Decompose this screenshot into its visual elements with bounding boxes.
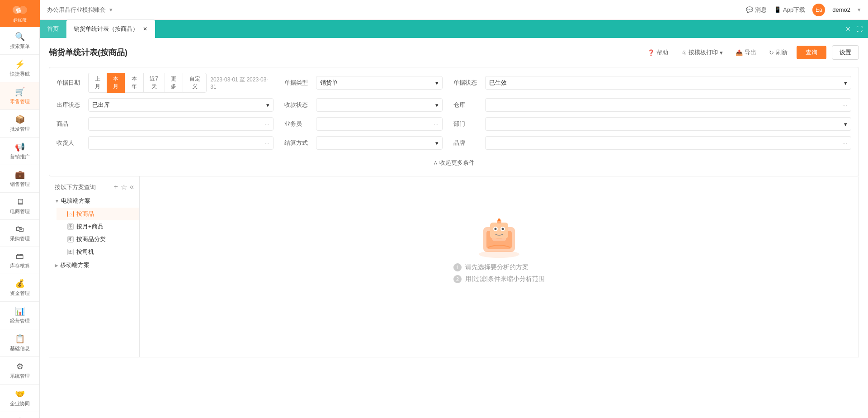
right-content: 1 请先选择要分析的方案 2 用[过滤]条件来缩小分析范围 (140, 176, 859, 357)
payment-input[interactable]: ▾ (316, 136, 443, 150)
tree-item-by-category[interactable]: 图 按商品分类 (57, 233, 139, 246)
help-btn[interactable]: ❓ 帮助 (644, 47, 672, 58)
brand-input[interactable]: ··· (485, 136, 851, 150)
date-filter: 上月 本月 本年 近7天 更多 自定义 (88, 73, 207, 93)
empty-steps: 1 请先选择要分析的方案 2 用[过滤]条件来缩小分析范围 (453, 263, 545, 287)
date-filter-field: 单据日期 上月 本月 本年 近7天 更多 自定义 2023-03-01 至 20… (57, 73, 274, 93)
tab-stats[interactable]: 销货单统计表（按商品） ✕ (66, 20, 155, 38)
brand-dots: ··· (842, 140, 847, 147)
tree-item-by-goods[interactable]: ○ 按商品 (57, 208, 139, 220)
workspace-label[interactable]: 办公用品行业模拟账套 (47, 6, 106, 14)
staff-field: 业务员 ··· (284, 117, 443, 131)
type-input[interactable]: 销货单 ▾ (316, 76, 443, 90)
finance-icon: 💰 (15, 279, 25, 289)
retail-icon: 🛒 (15, 87, 25, 97)
sidebar-search[interactable]: 🔍 搜索菜单 (0, 27, 39, 55)
sidebar-item-newbie[interactable]: 🎓 新手引导 (0, 412, 39, 418)
out-status-label: 出库状态 (57, 101, 88, 109)
settings-btn[interactable]: 设置 (832, 45, 859, 60)
sidebar-item-retail[interactable]: 🛒 零售管理 (0, 82, 39, 110)
status-input[interactable]: 已生效 ▾ (485, 76, 851, 90)
refresh-icon: ↻ (769, 49, 774, 56)
sidebar-item-company[interactable]: 🤝 企业协同 (0, 385, 39, 412)
tab-home[interactable]: 首页 (40, 20, 66, 38)
goods-scheme-icon: ○ (67, 211, 74, 217)
refresh-btn[interactable]: ↻ 刷新 (765, 47, 791, 58)
collect-status-input[interactable]: ▾ (316, 98, 443, 112)
user-avatar[interactable]: Ea (812, 4, 825, 16)
user-dropdown-icon[interactable]: ▾ (858, 6, 861, 13)
sidebar-item-finance[interactable]: 💰 资金管理 (0, 274, 39, 302)
app-download-btn[interactable]: 📱 App下载 (774, 6, 805, 14)
date-btn-this-month[interactable]: 本月 (107, 73, 125, 93)
export-btn[interactable]: 📤 导出 (732, 47, 760, 58)
brand-field: 品牌 ··· (453, 136, 851, 150)
sidebar-item-inventory[interactable]: 🗃 库存核算 (0, 247, 39, 274)
out-status-input[interactable]: 已出库 ▾ (88, 98, 274, 112)
date-btn-custom[interactable]: 自定义 (183, 73, 207, 93)
user-name[interactable]: demo2 (832, 6, 850, 13)
tree-item-mobile[interactable]: ▶ 移动端方案 (49, 258, 139, 272)
tree-item-pc[interactable]: ▼ 电脑端方案 (49, 194, 139, 208)
type-label: 单据类型 (284, 79, 316, 87)
collapse-panel-btn[interactable]: « (130, 183, 134, 191)
date-btn-this-year[interactable]: 本年 (125, 73, 143, 93)
workspace-dropdown-icon[interactable]: ▾ (109, 6, 113, 13)
collapse-btn[interactable]: ∧ 收起更多条件 (57, 155, 851, 171)
tree-label-by-driver: 按司机 (76, 248, 94, 256)
header-right: 💬 消息 📱 App下载 Ea demo2 ▾ (746, 4, 861, 16)
collapse-label: ∧ 收起更多条件 (433, 159, 475, 167)
query-btn[interactable]: 查询 (797, 46, 826, 59)
favorite-scheme-btn[interactable]: ☆ (121, 183, 127, 191)
tab-close-window-btn[interactable]: ✕ (844, 24, 853, 33)
goods-field: 商品 ··· (57, 117, 274, 131)
sidebar-item-wholesale[interactable]: 📦 批发管理 (0, 110, 39, 138)
tree-toggle-mobile[interactable]: ▶ (55, 263, 58, 268)
filter-row-3: 商品 ··· 业务员 ··· (57, 117, 851, 131)
tab-close-btn[interactable]: ✕ (143, 26, 147, 32)
basic-icon: 📋 (15, 334, 25, 344)
warehouse-input[interactable]: ··· (485, 98, 851, 112)
out-status-dropdown-icon: ▾ (266, 102, 269, 109)
left-panel-title: 按以下方案查询 (55, 183, 96, 191)
add-scheme-btn[interactable]: + (114, 183, 118, 191)
business-icon: 📊 (15, 306, 25, 316)
sidebar-item-purchase[interactable]: 🛍 采购管理 (0, 220, 39, 247)
tree-item-by-month-goods[interactable]: 图 按月+商品 (57, 220, 139, 233)
sidebar-item-basic[interactable]: 📋 基础信息 (0, 329, 39, 357)
date-label: 单据日期 (57, 79, 88, 87)
receiver-input[interactable]: ··· (88, 136, 274, 150)
tab-fullscreen-btn[interactable]: ⛶ (854, 24, 864, 33)
empty-step-2: 2 用[过滤]条件来缩小分析范围 (453, 275, 545, 283)
date-btn-more[interactable]: 更多 (165, 73, 183, 93)
status-label: 单据状态 (453, 79, 485, 87)
payment-field: 结算方式 ▾ (284, 136, 443, 150)
left-panel-header: 按以下方案查询 + ☆ « (49, 180, 139, 194)
logo[interactable]: 畅 标账簿 (0, 0, 40, 27)
template-print-btn[interactable]: 🖨 按模板打印 ▾ (677, 47, 726, 58)
sidebar-item-marketing[interactable]: 📢 营销推广 (0, 138, 39, 165)
sidebar-item-business[interactable]: 📊 经营管理 (0, 302, 39, 329)
page-actions: ❓ 帮助 🖨 按模板打印 ▾ 📤 导出 ↻ 刷新 (644, 45, 859, 60)
warehouse-field: 仓库 ··· (453, 98, 851, 112)
tree-item-by-driver[interactable]: 图 按司机 (57, 246, 139, 258)
sidebar-item-sales[interactable]: 💼 销售管理 (0, 165, 39, 193)
date-btn-last-month[interactable]: 上月 (88, 73, 107, 93)
print-icon: 🖨 (681, 49, 687, 56)
goods-input[interactable]: ··· (88, 117, 274, 131)
date-btn-7days[interactable]: 近7天 (143, 73, 165, 93)
filter-row-1: 单据日期 上月 本月 本年 近7天 更多 自定义 2023-03-01 至 20… (57, 73, 851, 93)
staff-input[interactable]: ··· (316, 117, 443, 131)
svg-point-15 (502, 228, 504, 230)
warehouse-label: 仓库 (453, 101, 485, 109)
dept-input[interactable]: ▾ (485, 117, 851, 131)
sidebar-quick-nav[interactable]: ⚡ 快捷导航 (0, 55, 39, 82)
sidebar-item-system[interactable]: ⚙ 系统管理 (0, 357, 39, 385)
message-icon: 💬 (746, 6, 753, 13)
brand-label: 品牌 (453, 139, 485, 147)
tree-toggle-pc[interactable]: ▼ (55, 199, 59, 204)
message-btn[interactable]: 💬 消息 (746, 6, 767, 14)
sidebar-item-ecommerce[interactable]: 🖥 电商管理 (0, 193, 39, 220)
receiver-field: 收货人 ··· (57, 136, 274, 150)
staff-label: 业务员 (284, 120, 316, 128)
